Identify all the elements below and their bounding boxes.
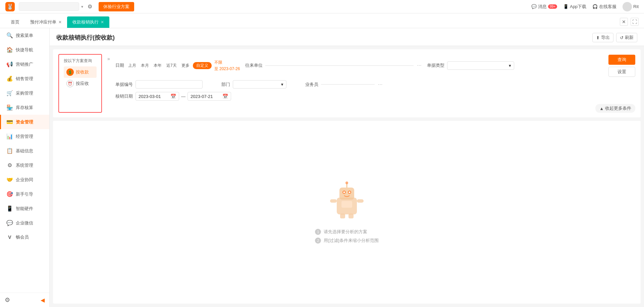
sidebar-item-operation[interactable]: 📊 经营管理 bbox=[0, 129, 49, 144]
filter-collapse-button[interactable]: » bbox=[105, 54, 112, 113]
verify-date-end-value: 2023-07-21 bbox=[191, 94, 213, 99]
verify-date-end-calendar-icon[interactable]: 📅 bbox=[222, 94, 228, 99]
basic-info-icon: 📋 bbox=[6, 148, 13, 154]
dept-select[interactable]: ▾ bbox=[233, 80, 286, 89]
tab-home-label: 首页 bbox=[11, 19, 19, 25]
verify-date-start-value: 2023-03-01 bbox=[139, 94, 161, 99]
search-input[interactable] bbox=[19, 2, 79, 11]
app-logo: 🐰 bbox=[5, 2, 15, 11]
sidebar-item-wechat[interactable]: 💬 企业微信 bbox=[0, 216, 49, 230]
filter-settings-button[interactable]: 设置 bbox=[608, 67, 635, 77]
date-7days[interactable]: 近7天 bbox=[165, 62, 178, 69]
top-bar: 🐰 ▾ ⚙ 休验行业方案 💬 消息 99+ 📱 App下载 🎧 在线客服 Rit bbox=[0, 0, 644, 13]
tab-prepay-close[interactable]: ✕ bbox=[58, 20, 62, 24]
more-conditions-button[interactable]: ▲ 收起更多条件 bbox=[595, 104, 635, 113]
sidebar-collapse-icon[interactable]: ◀ bbox=[41, 297, 45, 303]
sidebar-item-basic-info[interactable]: 📋 基础信息 bbox=[0, 144, 49, 158]
filter-row-3: 核销日期 2023-03-01 📅 — 2023-07-21 📅 bbox=[115, 92, 635, 101]
query-type-receivable-label: 按应收 bbox=[76, 81, 89, 87]
tab-home[interactable]: 首页 bbox=[5, 16, 25, 28]
tab-prepay-label: 预付冲应付单 bbox=[30, 19, 56, 25]
tab-collection[interactable]: 收款核销执行 ✕ bbox=[67, 16, 109, 28]
query-type-by-receivable[interactable]: ⏰ 按应收 bbox=[64, 78, 97, 89]
tab-prepay[interactable]: 预付冲应付单 ✕ bbox=[25, 16, 67, 28]
sidebar-settings-icon[interactable]: ⚙ bbox=[5, 296, 10, 304]
tab-collection-label: 收款核销执行 bbox=[72, 19, 99, 25]
sidebar: 🔍 搜索菜单 🏠 快捷导航 📢 营销推广 💰 销售管理 🛒 采购管理 🏪 库存核… bbox=[0, 28, 50, 307]
date-last-month[interactable]: 上月 bbox=[127, 62, 138, 69]
online-service-item[interactable]: 🎧 在线客服 bbox=[592, 4, 616, 10]
date-this-year[interactable]: 本年 bbox=[152, 62, 163, 69]
content-area: 收款核销执行(按收款) ⬆ 导出 ↺ 刷新 按以下方案查询 💲 按收款 bbox=[50, 28, 644, 307]
app-download-icon: 📱 bbox=[563, 4, 569, 9]
top-bar-left: 🐰 ▾ ⚙ 休验行业方案 bbox=[5, 2, 134, 11]
query-button[interactable]: 查询 bbox=[608, 55, 635, 65]
doc-number-input[interactable] bbox=[136, 80, 203, 89]
tab-collection-close[interactable]: ✕ bbox=[101, 20, 104, 24]
page-actions: ⬆ 导出 ↺ 刷新 bbox=[592, 33, 637, 42]
empty-hint-1: 1 请先选择要分析的方案 bbox=[315, 229, 378, 235]
quick-nav-icon: 🏠 bbox=[6, 47, 13, 53]
export-button[interactable]: ⬆ 导出 bbox=[592, 33, 613, 42]
user-info[interactable]: Rit bbox=[623, 2, 639, 11]
query-type-receipt-label: 按收款 bbox=[76, 69, 89, 75]
counterparty-more-icon[interactable]: ··· bbox=[417, 62, 421, 68]
verify-date-label: 核销日期 bbox=[115, 93, 133, 99]
collapse-icon: » bbox=[107, 56, 110, 61]
tab-bar: 首页 预付冲应付单 ✕ 收款核销执行 ✕ ✕ ⛶ bbox=[0, 13, 644, 28]
sidebar-item-guide-label: 新手引导 bbox=[16, 191, 33, 197]
sidebar-item-guide[interactable]: 🎯 新手引导 bbox=[0, 187, 49, 201]
tab-close-all-button[interactable]: ✕ bbox=[620, 18, 628, 26]
svg-rect-1 bbox=[339, 188, 354, 200]
staff-more-icon[interactable]: ··· bbox=[378, 82, 382, 88]
sidebar-item-wechat-label: 企业微信 bbox=[16, 220, 33, 226]
verify-date-start-calendar-icon[interactable]: 📅 bbox=[170, 94, 176, 99]
refresh-button[interactable]: ↺ 刷新 bbox=[616, 33, 637, 42]
sidebar-item-purchase[interactable]: 🛒 采购管理 bbox=[0, 86, 49, 100]
verify-date-start-input[interactable]: 2023-03-01 📅 bbox=[136, 92, 179, 101]
purchase-icon: 🛒 bbox=[6, 90, 13, 96]
topbar-gear-icon[interactable]: ⚙ bbox=[85, 2, 95, 11]
app-download-item[interactable]: 📱 App下载 bbox=[563, 4, 586, 10]
staff-input[interactable] bbox=[321, 84, 375, 85]
sidebar-item-marketing[interactable]: 📢 营销推广 bbox=[0, 57, 49, 71]
verify-date-end-input[interactable]: 2023-07-21 📅 bbox=[187, 92, 231, 101]
query-type-title: 按以下方案查询 bbox=[64, 58, 97, 64]
message-item[interactable]: 💬 消息 99+ bbox=[531, 4, 557, 10]
tab-expand-button[interactable]: ⛶ bbox=[631, 18, 639, 26]
headset-icon: 🎧 bbox=[592, 4, 598, 9]
tab-bar-actions: ✕ ⛶ bbox=[620, 18, 639, 26]
more-conditions-label: 收起更多条件 bbox=[605, 105, 631, 111]
date-label: 日期 bbox=[115, 62, 124, 68]
filter-row-2: 单据编号 部门 ▾ 业务员 ··· bbox=[115, 80, 635, 89]
sidebar-item-smart-hw[interactable]: 📱 智能硬件 bbox=[0, 201, 49, 216]
counterparty-label: 往来单位 bbox=[245, 62, 263, 68]
empty-icon-wrapper bbox=[327, 181, 367, 222]
sidebar-item-marketing-label: 营销推广 bbox=[16, 61, 33, 67]
sidebar-item-vip[interactable]: V 畅会员 bbox=[0, 230, 49, 244]
sidebar-item-search-menu-label: 搜索菜单 bbox=[16, 33, 33, 39]
query-type-by-receipt[interactable]: 💲 按收款 bbox=[64, 66, 97, 78]
sidebar-item-enterprise[interactable]: 🤝 企业协同 bbox=[0, 172, 49, 187]
sidebar-item-search-menu[interactable]: 🔍 搜索菜单 bbox=[0, 28, 49, 43]
doc-type-select[interactable]: ▾ bbox=[447, 61, 514, 70]
date-filter-item: 日期 上月 本月 本年 近7天 更多 自定义 不限 至 2023-07-26 bbox=[115, 59, 240, 72]
date-this-month[interactable]: 本月 bbox=[140, 62, 150, 69]
dropdown-arrow-icon[interactable]: ▾ bbox=[81, 4, 83, 9]
sidebar-item-sales[interactable]: 💰 销售管理 bbox=[0, 71, 49, 86]
user-name: Rit bbox=[633, 4, 639, 9]
sidebar-item-quick-nav[interactable]: 🏠 快捷导航 bbox=[0, 43, 49, 57]
more-conditions-icon: ▲ bbox=[599, 106, 604, 111]
sidebar-item-inventory[interactable]: 🏪 库存核算 bbox=[0, 100, 49, 115]
message-label: 消息 bbox=[538, 4, 547, 10]
sidebar-item-quick-nav-label: 快捷导航 bbox=[16, 47, 33, 53]
counterparty-input[interactable] bbox=[265, 65, 414, 66]
hint-num-1: 1 bbox=[315, 229, 321, 235]
doc-number-label: 单据编号 bbox=[115, 82, 133, 88]
industry-button[interactable]: 休验行业方案 bbox=[99, 2, 134, 11]
date-no-limit: 不限 bbox=[214, 60, 240, 65]
sidebar-item-finance[interactable]: 💳 资金管理 bbox=[0, 115, 49, 129]
sidebar-item-system[interactable]: ⚙ 系统管理 bbox=[0, 158, 49, 172]
date-more[interactable]: 更多 bbox=[180, 62, 191, 69]
date-custom-active[interactable]: 自定义 bbox=[193, 62, 212, 69]
